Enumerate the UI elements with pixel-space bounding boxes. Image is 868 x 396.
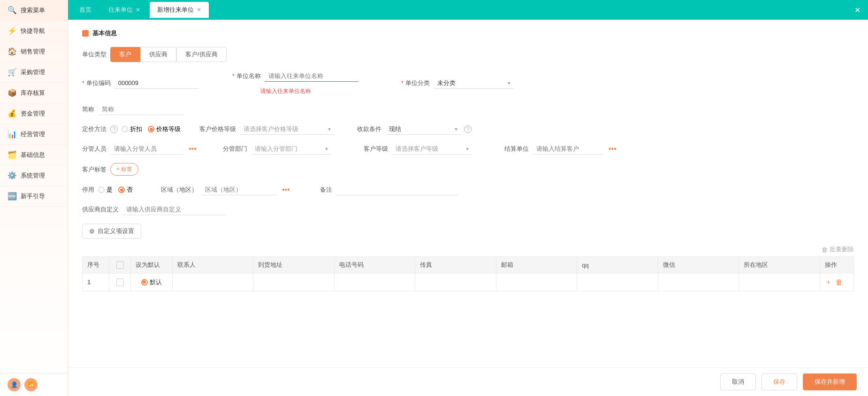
cell-region[interactable] (739, 273, 820, 291)
customer-level-select[interactable]: 请选择客户等级 (392, 143, 472, 155)
section-title: 基本信息 (92, 29, 117, 38)
supplier-custom-input[interactable] (122, 204, 226, 215)
sidebar-item-system[interactable]: ⚙️ 系统管理 (0, 165, 68, 186)
col-checkbox-header[interactable] (109, 257, 130, 273)
cell-address[interactable] (253, 273, 334, 291)
tab-contacts-close[interactable]: ✕ (136, 7, 140, 13)
contact-input[interactable] (177, 277, 234, 287)
sidebar-label-system: 系统管理 (21, 171, 45, 180)
signal-icon[interactable]: 📶 (24, 378, 38, 391)
cell-phone[interactable] (334, 273, 415, 291)
col-phone: 电话号码 (334, 257, 415, 273)
delete-row-button[interactable]: 🗑 (836, 278, 843, 286)
note-group: 备注 (320, 184, 458, 195)
manager-group: 分管人员 ••• (82, 143, 213, 155)
customer-price-level-label: 客户价格等级 (199, 125, 236, 133)
cell-fax[interactable] (415, 273, 496, 291)
region-dots[interactable]: ••• (280, 185, 292, 195)
btn-both[interactable]: 客户/供应商 (176, 47, 227, 62)
sidebar-item-purchase[interactable]: 🛒 采购管理 (0, 62, 68, 83)
payment-terms-help-icon[interactable]: ? (464, 125, 472, 133)
add-tag-button[interactable]: + 标签 (110, 163, 138, 176)
unit-category-select[interactable]: 未分类 (434, 78, 513, 89)
sidebar-item-operations[interactable]: 📊 经营管理 (0, 124, 68, 145)
customer-tag-label: 客户标签 (82, 165, 107, 174)
sidebar-item-sales[interactable]: 🏠 销售管理 (0, 41, 68, 62)
customer-level-label: 客户等级 (364, 145, 388, 153)
inventory-icon: 📦 (8, 88, 17, 97)
payment-terms-select[interactable]: 现结 (385, 124, 460, 135)
sidebar-item-search[interactable]: 🔍 搜索菜单 (0, 0, 68, 21)
cell-default[interactable]: 默认 (130, 273, 172, 291)
sidebar-item-finance[interactable]: 💰 资金管理 (0, 103, 68, 124)
email-input[interactable] (501, 277, 557, 287)
qq-input[interactable] (582, 277, 638, 287)
department-select[interactable]: 请输入分管部门 (251, 143, 331, 155)
unit-name-label: 单位名称 (232, 72, 261, 80)
cell-contact[interactable] (173, 273, 253, 291)
custom-settings-button[interactable]: ⚙ 自定义项设置 (82, 224, 141, 239)
unit-name-input[interactable] (265, 70, 358, 82)
col-region: 所在地区 (739, 257, 820, 273)
tab-contacts[interactable]: 往来单位 ✕ (101, 2, 148, 18)
add-row-button[interactable]: ＋ (825, 278, 832, 287)
short-name-input[interactable] (98, 104, 183, 115)
save-button[interactable]: 保存 (761, 373, 797, 390)
pricing-method-group: 定价方法 ? 折扣 价格等级 (82, 125, 181, 133)
sidebar-item-basic-info[interactable]: 🗂️ 基础信息 (0, 145, 68, 165)
payment-terms-label: 收款条件 (357, 125, 381, 133)
customer-price-level-select[interactable]: 请选择客户价格等级 (240, 124, 334, 135)
address-input[interactable] (258, 277, 314, 287)
sidebar-item-inventory[interactable]: 📦 库存核算 (0, 83, 68, 103)
guide-icon: 🆕 (8, 192, 17, 201)
wechat-input[interactable] (663, 277, 719, 287)
radio-discount[interactable]: 折扣 (122, 125, 142, 133)
unit-code-input[interactable] (114, 78, 199, 89)
pricing-row: 定价方法 ? 折扣 价格等级 客户价格等级 请选择客 (82, 124, 854, 135)
pricing-help-icon[interactable]: ? (110, 125, 118, 133)
btn-customer[interactable]: 客户 (110, 47, 140, 62)
cell-email[interactable] (496, 273, 577, 291)
cell-checkbox[interactable] (109, 273, 130, 291)
radio-price-level[interactable]: 价格等级 (148, 125, 181, 133)
cell-wechat[interactable] (658, 273, 739, 291)
disabled-group: 停用 是 否 (82, 186, 133, 194)
fax-input[interactable] (420, 277, 476, 287)
manager-dots[interactable]: ••• (187, 144, 198, 154)
payment-terms-wrapper: 现结 (385, 124, 460, 135)
radio-disabled-no[interactable]: 否 (118, 186, 133, 194)
section-icon (82, 30, 89, 37)
manager-input[interactable] (110, 143, 183, 155)
tab-home-label: 首页 (79, 6, 91, 14)
note-input[interactable] (336, 184, 458, 195)
btn-supplier[interactable]: 供应商 (140, 47, 176, 62)
unit-name-error: 请输入往来单位名称 (260, 88, 311, 94)
supplier-custom-row: 供应商自定义 (82, 204, 854, 215)
radio-discount-label: 折扣 (130, 125, 142, 133)
user-avatar[interactable]: 👤 (8, 378, 21, 391)
settlement-unit-dots[interactable]: ••• (607, 144, 618, 154)
sidebar-item-quick-nav[interactable]: ⚡ 快捷导航 (0, 21, 68, 41)
finance-icon: 💰 (8, 109, 17, 118)
settlement-unit-input[interactable] (533, 143, 603, 155)
region-table-input[interactable] (744, 277, 800, 287)
tab-new-contact-close[interactable]: ✕ (197, 7, 201, 13)
batch-delete-button[interactable]: 🗑 批量删除 (822, 245, 854, 254)
tab-new-contact[interactable]: 新增往来单位 ✕ (150, 2, 209, 18)
cancel-button[interactable]: 取消 (720, 373, 756, 390)
radio-disabled-yes[interactable]: 是 (98, 186, 113, 194)
tab-home[interactable]: 首页 (72, 2, 99, 18)
cell-qq[interactable] (577, 273, 658, 291)
region-input[interactable] (201, 184, 276, 195)
system-icon: ⚙️ (8, 171, 17, 180)
sidebar-label-sales: 销售管理 (21, 47, 45, 56)
sidebar: 🔍 搜索菜单 ⚡ 快捷导航 🏠 销售管理 🛒 采购管理 📦 库存核算 💰 资金管… (0, 0, 68, 396)
default-radio[interactable] (141, 279, 148, 286)
phone-input[interactable] (339, 277, 396, 287)
save-new-button[interactable]: 保存并新增 (803, 373, 857, 390)
close-all-tabs[interactable]: ✕ (851, 4, 864, 16)
disabled-label: 停用 (82, 186, 94, 194)
department-label: 分管部门 (223, 145, 247, 153)
sidebar-item-guide[interactable]: 🆕 新手引导 (0, 186, 68, 207)
col-wechat: 微信 (658, 257, 739, 273)
